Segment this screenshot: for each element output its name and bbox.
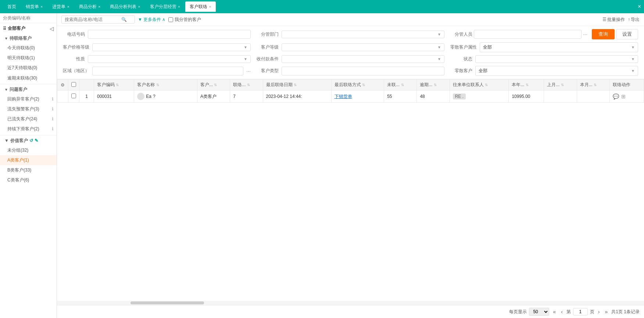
search-input[interactable]	[65, 17, 120, 22]
info-icon-churned: ℹ	[52, 116, 54, 123]
col-last-month-header: 上月... ⇅	[544, 80, 577, 91]
next-page-btn[interactable]: ›	[597, 308, 601, 315]
collapse-sidebar-icon[interactable]: ◁	[50, 26, 54, 32]
all-customers-header[interactable]: ⠿ 全部客户 ◁	[0, 23, 57, 34]
nav-customer-contact-close[interactable]: ×	[209, 4, 211, 9]
nav-customer-layer[interactable]: 客户分层经营 ×	[146, 1, 185, 12]
nav-purchase[interactable]: 进货单 ×	[48, 1, 74, 12]
sort-contact2-icon[interactable]: ⇅	[485, 83, 488, 87]
row-last-method[interactable]: 下销货单	[334, 94, 352, 99]
sidebar-item-b-class[interactable]: B类客户(33)	[0, 165, 57, 175]
sort-name-icon[interactable]: ⇅	[156, 83, 159, 87]
sidebar-search-input[interactable]	[3, 15, 57, 21]
export-btn[interactable]: ↑ 导出	[628, 17, 640, 23]
advanced-filter-panel: 电话号码 分管部门 ▼ 分管人员 ··· 查询 设置	[57, 26, 644, 79]
dept-select[interactable]: ▼	[282, 31, 444, 38]
search-box: 🔍	[61, 15, 135, 24]
row-checkbox[interactable]	[71, 93, 76, 98]
data-table: ⚙ 客户编码 ⇅ 客户名称 ⇅	[57, 79, 644, 103]
page-number-input[interactable]	[573, 308, 588, 315]
sidebar-item-overdue[interactable]: 逾期未联络(30)	[0, 73, 57, 83]
prev-page-btn[interactable]: ‹	[559, 308, 564, 315]
problem-section-header[interactable]: ▼ 问题客户	[0, 85, 57, 94]
sort-type-icon[interactable]: ⇅	[214, 83, 217, 87]
region-input[interactable]	[92, 67, 243, 75]
nav-sales-close[interactable]: ×	[40, 4, 43, 9]
retail-customer-select[interactable]: 全部 ▼	[475, 66, 638, 76]
batch-op-btn[interactable]: ☰ 批量操作	[602, 17, 625, 23]
nav-customer-contact[interactable]: 客户联络 ×	[185, 1, 215, 12]
nav-product-list-close[interactable]: ×	[138, 4, 140, 9]
value-section-header[interactable]: ▼ 价值客户 ↺ ✎	[0, 136, 57, 145]
query-button[interactable]: 查询	[592, 29, 615, 39]
region-dots-btn[interactable]: ···	[246, 68, 251, 74]
sort-last-method-icon[interactable]: ⇅	[362, 83, 365, 87]
sidebar-item-tomorrow[interactable]: 明天待联络(1)	[0, 53, 57, 63]
main-layout: 🔍 ⠿ 全部客户 ◁ ▼ 待联络客户 今天待联络(0) 明天待联络(1) 近7天…	[0, 13, 644, 318]
sidebar-item-churned[interactable]: 已流失客户(24) ℹ	[0, 114, 57, 124]
more-conditions-btn[interactable]: ▼ 更多条件 ∧	[138, 17, 165, 23]
sidebar-item-c-class[interactable]: C类客户(6)	[0, 175, 57, 185]
nav-sales[interactable]: 销货单 ×	[21, 1, 47, 12]
close-all-tabs[interactable]: ×	[638, 3, 641, 10]
nav-product-list[interactable]: 商品分析列表 ×	[105, 1, 144, 12]
phone-input[interactable]	[88, 30, 251, 39]
nav-product-analysis[interactable]: 商品分析 ×	[75, 1, 105, 12]
sort-overdue-icon[interactable]: ⇅	[434, 83, 437, 87]
sidebar-item-repurchase-label: 回购异常客户(2)	[7, 96, 39, 103]
select-all-checkbox[interactable]	[71, 82, 76, 87]
sort-last-date-icon[interactable]: ⇅	[294, 83, 297, 87]
customer-type-input[interactable]	[282, 67, 444, 75]
sidebar-item-repurchase[interactable]: 回购异常客户(2) ℹ	[0, 94, 57, 104]
sort-uncontacted-icon[interactable]: ⇅	[401, 83, 404, 87]
nav-purchase-close[interactable]: ×	[67, 4, 69, 9]
nav-home[interactable]: 首页	[3, 1, 21, 12]
price-level-select[interactable]: ▼	[92, 43, 251, 51]
qr-action-icon[interactable]: ⊞	[621, 93, 626, 99]
status-select[interactable]: ▼	[475, 55, 638, 63]
sidebar-item-declining[interactable]: 持续下滑客户(2) ℹ	[0, 124, 57, 134]
my-customers-checkbox[interactable]	[168, 17, 173, 22]
payment-select[interactable]: ▼	[282, 55, 444, 63]
horizontal-scrollbar[interactable]	[57, 301, 644, 305]
divider-1	[0, 84, 57, 84]
edit-icon[interactable]: ✎	[35, 138, 38, 143]
refresh-icon[interactable]: ↺	[29, 138, 33, 143]
sort-contact-icon[interactable]: ⇅	[247, 83, 250, 87]
nature-select[interactable]: ▼	[88, 55, 251, 63]
manager-input[interactable]	[474, 30, 582, 39]
chat-action-icon[interactable]: 💬	[613, 93, 619, 99]
scroll-thumb[interactable]	[130, 301, 204, 304]
sort-last-month-icon[interactable]: ⇅	[561, 83, 564, 87]
retail-attr-value: 全部	[483, 44, 492, 50]
customer-level-select[interactable]: ▼	[282, 43, 444, 51]
manager-dots-btn[interactable]: ···	[583, 31, 587, 37]
nature-chevron-icon: ▼	[244, 57, 247, 61]
sidebar-item-a-class[interactable]: A类客户(1)	[0, 155, 57, 165]
row-overdue: 48	[420, 94, 425, 99]
sidebar-item-ungroup[interactable]: 未分组(32)	[0, 145, 57, 155]
last-page-btn[interactable]: »	[604, 308, 609, 315]
sort-this-month-icon[interactable]: ⇅	[594, 83, 597, 87]
first-page-btn[interactable]: «	[551, 308, 557, 315]
setting-button[interactable]: 设置	[616, 29, 638, 39]
row-this-month-cell	[577, 91, 609, 103]
sort-this-year-icon[interactable]: ⇅	[526, 83, 529, 87]
customer-level-chevron-icon: ▼	[437, 45, 441, 49]
page-suffix: 页	[590, 309, 594, 315]
gear-icon[interactable]: ⚙	[61, 82, 65, 88]
nav-customer-layer-close[interactable]: ×	[178, 4, 180, 9]
retail-attr-select[interactable]: 全部 ▼	[480, 42, 638, 52]
sidebar-item-churn-warn[interactable]: 流失预警客户(3) ℹ	[0, 104, 57, 114]
pending-section-header[interactable]: ▼ 待联络客户	[0, 34, 57, 43]
sort-code-icon[interactable]: ⇅	[116, 83, 119, 87]
col-last-date-header: 最后联络日期 ⇅	[263, 80, 331, 91]
sidebar-item-today[interactable]: 今天待联络(0)	[0, 43, 57, 53]
filter-customer-level-row: 客户等级 ▼	[257, 42, 444, 52]
nav-product-analysis-close[interactable]: ×	[98, 4, 100, 9]
sidebar-item-churned-label: 已流失客户(24)	[7, 116, 37, 123]
sidebar-item-7days[interactable]: 近7天待联络(0)	[0, 63, 57, 73]
per-page-select[interactable]: 50 100 200	[529, 308, 549, 316]
row-name-cell: Ea ?	[134, 91, 197, 103]
search-icon[interactable]: 🔍	[121, 17, 127, 22]
